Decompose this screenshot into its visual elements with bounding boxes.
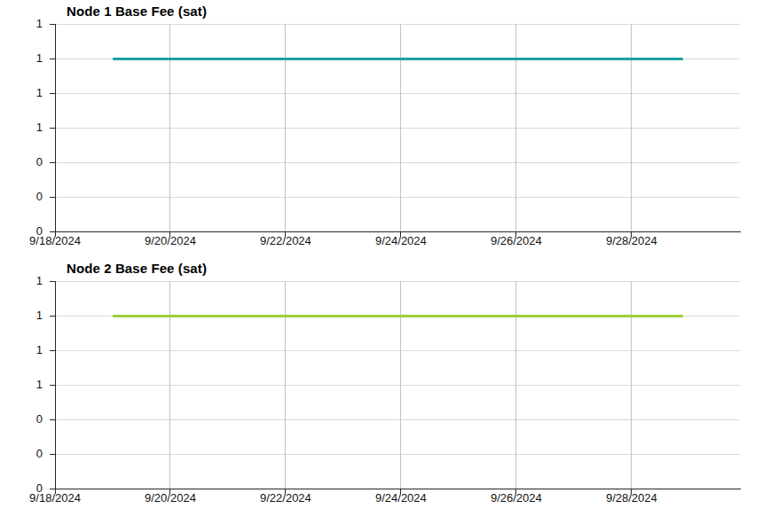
x-axis-tick-label: 9/24/2024 (364, 491, 438, 505)
x-axis-tick-label: 9/26/2024 (479, 491, 554, 505)
v-gridline (631, 281, 632, 489)
x-axis-tick-label: 9/22/2024 (248, 234, 323, 248)
chart-title: Node 2 Base Fee (sat) (67, 261, 207, 276)
y-axis-tick-label: 1 (4, 274, 43, 288)
plot-area (55, 281, 740, 489)
v-gridline (400, 281, 401, 489)
y-axis-tick-label: 0 (4, 412, 43, 426)
v-gridline (400, 24, 401, 231)
y-axis-tick-label: 0 (4, 155, 43, 169)
y-axis-tick-label: 1 (4, 343, 43, 357)
y-axis-tick-mark (50, 385, 55, 386)
v-gridline (285, 24, 286, 231)
y-axis-tick-label: 1 (4, 51, 43, 66)
h-gridline (55, 385, 740, 386)
x-axis-tick-label: 9/26/2024 (479, 234, 554, 248)
x-axis-tick-label: 9/28/2024 (594, 491, 669, 505)
h-gridline (55, 350, 740, 351)
y-axis-spine (55, 281, 56, 489)
x-axis-tick-label: 9/20/2024 (133, 234, 208, 248)
h-gridline (55, 24, 740, 25)
h-gridline (55, 128, 740, 129)
y-axis-tick-mark (50, 162, 55, 163)
v-gridline (169, 281, 170, 489)
v-gridline (169, 24, 170, 231)
y-axis-tick-label: 1 (4, 86, 43, 100)
h-gridline (55, 281, 740, 282)
x-axis-tick-label: 9/18/2024 (18, 491, 92, 505)
y-axis-tick-mark (50, 128, 55, 129)
y-axis-tick-label: 1 (4, 309, 43, 323)
chart-title: Node 1 Base Fee (sat) (67, 4, 207, 19)
series-line (113, 315, 683, 317)
y-axis-tick-label: 1 (4, 17, 43, 31)
y-axis-tick-mark (50, 281, 55, 282)
v-gridline (285, 281, 286, 489)
v-gridline (515, 281, 516, 489)
node2-base-fee-chart: Node 2 Base Fee (sat) 00011119/18/20249/… (0, 257, 763, 514)
y-axis-spine (55, 24, 56, 232)
y-axis-tick-mark (50, 93, 55, 94)
x-axis-tick-label: 9/18/2024 (18, 234, 92, 248)
y-axis-tick-label: 0 (4, 190, 43, 204)
y-axis-tick-label: 1 (4, 121, 43, 135)
x-axis-tick-label: 9/22/2024 (248, 491, 323, 505)
h-gridline (55, 93, 740, 94)
series-line (113, 58, 683, 60)
h-gridline (55, 454, 740, 455)
v-gridline (515, 24, 516, 231)
x-axis-tick-label: 9/20/2024 (133, 491, 208, 505)
plot-area (55, 24, 740, 231)
y-axis-tick-mark (50, 197, 55, 198)
h-gridline (55, 197, 740, 198)
x-axis-tick-label: 9/28/2024 (594, 234, 669, 248)
v-gridline (631, 24, 632, 231)
y-axis-tick-label: 1 (4, 378, 43, 392)
x-axis-spine (55, 489, 741, 489)
y-axis-tick-mark (50, 419, 55, 420)
y-axis-tick-label: 0 (4, 447, 43, 461)
x-axis-tick-label: 9/24/2024 (364, 234, 438, 248)
node1-base-fee-chart: Node 1 Base Fee (sat) 00011119/18/20249/… (0, 0, 763, 257)
y-axis-tick-mark (50, 350, 55, 351)
y-axis-tick-mark (50, 24, 55, 25)
y-axis-tick-mark (50, 59, 55, 59)
y-axis-tick-mark (50, 454, 55, 455)
h-gridline (55, 419, 740, 420)
h-gridline (55, 162, 740, 163)
x-axis-spine (55, 231, 741, 232)
y-axis-tick-mark (50, 316, 55, 317)
